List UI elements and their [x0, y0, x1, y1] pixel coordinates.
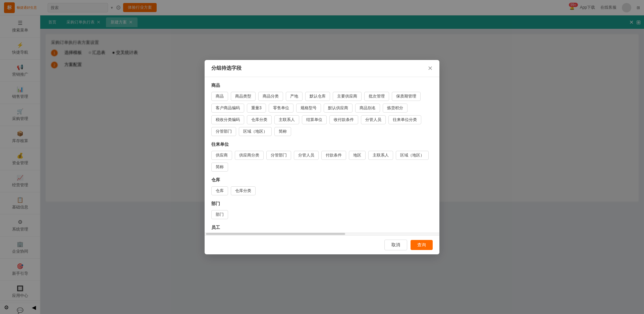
field-tag-主联系人[interactable]: 主联系人 [274, 115, 299, 124]
section-title-partner: 往来单位 [211, 141, 433, 147]
field-grid-warehouse: 仓库仓库分类 [211, 186, 433, 195]
section-title-staff: 员工 [211, 225, 433, 231]
field-tag-仓库分类[interactable]: 仓库分类 [231, 186, 256, 195]
field-tag-供应商分类[interactable]: 供应商分类 [235, 151, 264, 160]
modal-footer: 取消 查询 [205, 235, 439, 254]
field-tag-区域（地区）[interactable]: 区域（地区） [396, 151, 429, 160]
cancel-button[interactable]: 取消 [384, 240, 407, 250]
field-tag-客户商品编码[interactable]: 客户商品编码 [211, 104, 244, 113]
field-tag-商品[interactable]: 商品 [211, 92, 228, 101]
field-tag-分管人员[interactable]: 分管人员 [294, 151, 319, 160]
field-tag-付款条件[interactable]: 付款条件 [321, 151, 346, 160]
modal-horizontal-scrollbar[interactable] [205, 233, 439, 235]
field-tag-商品类型[interactable]: 商品类型 [231, 92, 256, 101]
field-grid-partner: 供应商供应商分类分管部门分管人员付款条件地区主联系人区域（地区）简称 [211, 151, 433, 172]
section-title-goods: 商品 [211, 82, 433, 88]
modal-dialog: 分组待选字段 ✕ 商品商品商品类型商品分类产地默认仓库主要供应商批次管理保质期管… [205, 60, 439, 254]
field-tag-分管人员[interactable]: 分管人员 [361, 115, 386, 124]
field-tag-主要供应商[interactable]: 主要供应商 [333, 92, 362, 101]
hscroll-thumb [206, 233, 345, 235]
modal-close-button[interactable]: ✕ [428, 65, 433, 72]
modal-header: 分组待选字段 ✕ [205, 60, 439, 77]
field-tag-主联系人[interactable]: 主联系人 [368, 151, 393, 160]
field-tag-往来单位分类[interactable]: 往来单位分类 [388, 115, 421, 124]
field-tag-默认仓库[interactable]: 默认仓库 [305, 92, 330, 101]
modal-body: 商品商品商品类型商品分类产地默认仓库主要供应商批次管理保质期管理客户商品编码重量… [205, 77, 439, 233]
field-tag-零售单位[interactable]: 零售单位 [269, 104, 293, 113]
field-tag-商品分类[interactable]: 商品分类 [258, 92, 283, 101]
field-tag-仓库[interactable]: 仓库 [211, 186, 228, 195]
section-title-warehouse: 仓库 [211, 177, 433, 183]
field-grid-department: 部门 [211, 210, 433, 219]
modal-overlay[interactable]: 分组待选字段 ✕ 商品商品商品类型商品分类产地默认仓库主要供应商批次管理保质期管… [0, 0, 644, 314]
field-tag-地区[interactable]: 地区 [349, 151, 366, 160]
field-tag-批次管理[interactable]: 批次管理 [364, 92, 389, 101]
field-tag-区域（地区）[interactable]: 区域（地区） [239, 127, 272, 136]
field-tag-税收分类编码[interactable]: 税收分类编码 [211, 115, 244, 124]
field-grid-goods: 商品商品类型商品分类产地默认仓库主要供应商批次管理保质期管理客户商品编码重量3零… [211, 92, 433, 136]
field-tag-收付款条件[interactable]: 收付款条件 [329, 115, 358, 124]
field-tag-简称[interactable]: 简称 [274, 127, 291, 136]
field-tag-商品别名[interactable]: 商品别名 [355, 104, 380, 113]
field-tag-供应商[interactable]: 供应商 [211, 151, 232, 160]
field-tag-分管部门[interactable]: 分管部门 [266, 151, 291, 160]
field-tag-结算单位[interactable]: 结算单位 [302, 115, 327, 124]
field-tag-规格型号[interactable]: 规格型号 [296, 104, 321, 113]
field-tag-默认供应商[interactable]: 默认供应商 [324, 104, 353, 113]
field-tag-简称[interactable]: 简称 [211, 163, 228, 172]
field-tag-炼货积分[interactable]: 炼货积分 [383, 104, 408, 113]
section-title-department: 部门 [211, 201, 433, 207]
confirm-button[interactable]: 查询 [411, 240, 433, 250]
field-tag-产地[interactable]: 产地 [286, 92, 303, 101]
modal-title: 分组待选字段 [211, 65, 241, 71]
field-tag-保质期管理[interactable]: 保质期管理 [392, 92, 421, 101]
field-tag-重量3[interactable]: 重量3 [247, 104, 266, 113]
field-tag-部门[interactable]: 部门 [211, 210, 228, 219]
field-tag-仓库分类[interactable]: 仓库分类 [247, 115, 272, 124]
field-tag-分管部门[interactable]: 分管部门 [211, 127, 236, 136]
